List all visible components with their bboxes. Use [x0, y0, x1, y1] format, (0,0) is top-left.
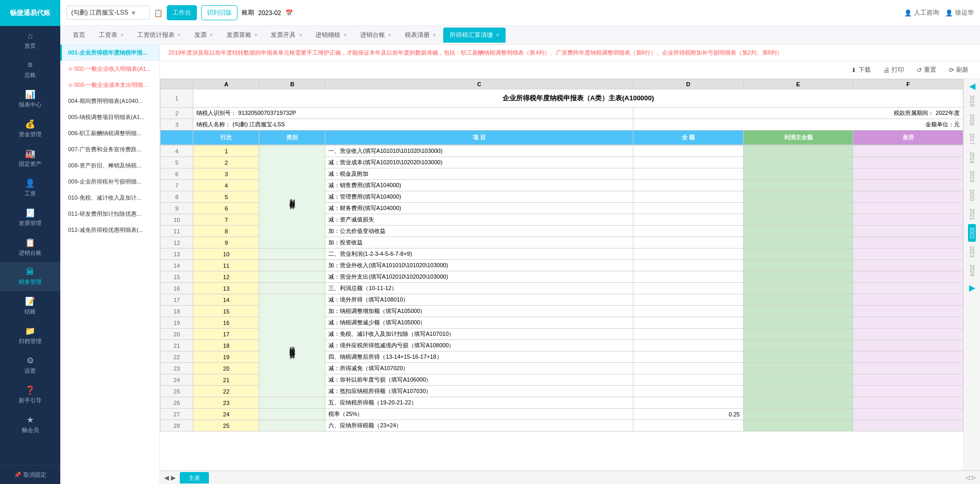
left-panel-item-008[interactable]: 008-资产折旧、摊销及纳税...	[60, 158, 160, 174]
profit-cell[interactable]	[743, 191, 853, 203]
switch-old-button[interactable]: 切到旧版	[201, 5, 237, 20]
amount-cell[interactable]: 0.25	[633, 409, 744, 420]
diff-cell[interactable]	[853, 420, 963, 431]
scroll-right-icon[interactable]: ▷	[972, 474, 976, 481]
item-cell[interactable]: 加：公允价值变动收益	[325, 226, 633, 237]
sidebar-item-archive[interactable]: 📁 归档管理	[0, 321, 60, 350]
item-cell[interactable]: 减：抵扣应纳税所得额（填写A107030）	[325, 386, 633, 397]
copy-button[interactable]: 📋	[154, 9, 163, 17]
item-cell[interactable]: 一、营业收入(填写A101010\101020\103000)	[325, 146, 633, 157]
profit-cell[interactable]	[743, 283, 853, 294]
left-panel-item-011[interactable]: 011-研发费用加计扣除优惠...	[60, 206, 160, 222]
profit-cell[interactable]	[743, 237, 853, 248]
tab-invoice-calc[interactable]: 发票算账 ×	[220, 28, 264, 43]
item-cell[interactable]: 税率（25%）	[325, 409, 633, 420]
pin-button[interactable]: 📌 取消固定	[5, 471, 55, 479]
sidebar-item-invoices[interactable]: 🧾 发票管理	[0, 203, 60, 232]
year-2023[interactable]: 2023	[968, 243, 976, 260]
tab-invoice-issue[interactable]: 发票开具 ×	[264, 28, 308, 43]
item-cell[interactable]: 减：销售费用(填写A104000)	[325, 180, 633, 191]
left-panel-item-009[interactable]: 009-企业所得税补亏损明细...	[60, 174, 160, 190]
profit-cell[interactable]	[743, 397, 853, 409]
action-cell[interactable]: 2	[193, 157, 259, 168]
tab-close-icon[interactable]: ×	[299, 32, 302, 38]
year-2016[interactable]: 2016	[968, 111, 976, 128]
action-cell[interactable]: 17	[193, 329, 259, 340]
action-cell[interactable]: 1	[193, 146, 259, 157]
sidebar-item-home[interactable]: ⌂ 首页	[0, 26, 60, 55]
profit-cell[interactable]	[743, 203, 853, 214]
amount-cell[interactable]	[633, 237, 744, 248]
sheet-tab-main[interactable]: 主表	[180, 472, 209, 483]
amount-cell[interactable]	[633, 248, 744, 260]
profit-cell[interactable]	[743, 306, 853, 317]
action-cell[interactable]: 7	[193, 214, 259, 226]
tab-close-icon[interactable]: ×	[210, 32, 213, 38]
diff-cell[interactable]	[853, 248, 963, 260]
amount-cell[interactable]	[633, 420, 744, 431]
item-cell[interactable]: 减：纳税调整减少额（填写A105000）	[325, 317, 633, 329]
item-cell[interactable]: 四、纳税调整后所得（13-14+15-16-17+18）	[325, 351, 633, 363]
action-cell[interactable]: 4	[193, 180, 259, 191]
action-cell[interactable]: 8	[193, 226, 259, 237]
action-cell[interactable]: 9	[193, 237, 259, 248]
year-2024[interactable]: 2024	[968, 261, 976, 279]
item-cell[interactable]: 加：投资收益	[325, 237, 633, 248]
tab-close-icon[interactable]: ×	[178, 32, 181, 38]
item-cell[interactable]: 加：营业外收入(填写A101010\101020\103000)	[325, 260, 633, 271]
left-panel-item-010[interactable]: 010-免税、减计收入及加计...	[60, 190, 160, 206]
diff-cell[interactable]	[853, 157, 963, 168]
item-cell[interactable]: 减：营业成本(填写A102010\102020\103000)	[325, 157, 633, 168]
year-2021[interactable]: 2021	[968, 205, 976, 223]
company-selector[interactable]: (勾删) 江西服宝-LSS ▼	[67, 6, 150, 20]
amount-cell[interactable]	[633, 168, 744, 180]
workbench-button[interactable]: 工作台	[167, 5, 197, 20]
amount-cell[interactable]	[633, 191, 744, 203]
diff-cell[interactable]	[853, 294, 963, 306]
diff-cell[interactable]	[853, 374, 963, 386]
diff-cell[interactable]	[853, 168, 963, 180]
action-cell[interactable]: 14	[193, 294, 259, 306]
action-cell[interactable]: 10	[193, 248, 259, 260]
left-panel-item-002[interactable]: ⊙ 002-一般企业收入明细表(A1...	[60, 61, 160, 77]
diff-cell[interactable]	[853, 317, 963, 329]
amount-cell[interactable]	[633, 226, 744, 237]
action-cell[interactable]: 6	[193, 203, 259, 214]
amount-cell[interactable]	[633, 340, 744, 351]
year-2019[interactable]: 2019	[968, 167, 976, 185]
action-cell[interactable]: 24	[193, 409, 259, 420]
amount-cell[interactable]	[633, 146, 744, 157]
item-cell[interactable]: 减：境外应税所得抵减境内亏损（填写A108000）	[325, 340, 633, 351]
left-panel-item-005[interactable]: 005-纳税调整项目明细表(A1...	[60, 109, 160, 125]
sidebar-item-payroll[interactable]: 👤 工资	[0, 173, 60, 203]
print-button[interactable]: 🖨 打印	[880, 64, 907, 75]
collapse-icon[interactable]: ◀	[969, 81, 975, 91]
item-cell[interactable]: 减：所得减免（填写A107020）	[325, 363, 633, 374]
refresh-button[interactable]: ⟳ 刷新	[946, 64, 972, 75]
diff-cell[interactable]	[853, 214, 963, 226]
amount-cell[interactable]	[633, 317, 744, 329]
action-cell[interactable]: 21	[193, 374, 259, 386]
year-2019-top[interactable]: 2019	[968, 92, 976, 110]
spreadsheet-wrapper[interactable]: A B C D E F 1 企业所	[160, 79, 963, 470]
amount-cell[interactable]	[633, 260, 744, 271]
diff-cell[interactable]	[853, 191, 963, 203]
item-cell[interactable]: 六、应纳所得税额（23×24）	[325, 420, 633, 431]
sidebar-item-ledger[interactable]: ≡ 总账	[0, 55, 60, 84]
amount-cell[interactable]	[633, 306, 744, 317]
left-panel-item-004[interactable]: 004-期间费用明细表(A1040...	[60, 93, 160, 109]
sidebar-item-tax[interactable]: 🏛 税务管理	[0, 262, 60, 291]
item-cell[interactable]: 减：税金及附加	[325, 168, 633, 180]
tab-close-icon[interactable]: ×	[121, 32, 124, 38]
diff-cell[interactable]	[853, 340, 963, 351]
sidebar-item-assets[interactable]: 🏭 固定资产	[0, 143, 60, 173]
profit-cell[interactable]	[743, 420, 853, 431]
amount-cell[interactable]	[633, 271, 744, 283]
diff-cell[interactable]	[853, 226, 963, 237]
action-cell[interactable]: 11	[193, 260, 259, 271]
sidebar-item-reports[interactable]: 📊 报表中心	[0, 84, 60, 114]
profit-cell[interactable]	[743, 386, 853, 397]
item-cell[interactable]: 五、应纳税所得额（19-20-21-22）	[325, 397, 633, 409]
item-cell[interactable]: 二、营业利润(1-2-3-4-5-6-7-8+9)	[325, 248, 633, 260]
diff-cell[interactable]	[853, 397, 963, 409]
